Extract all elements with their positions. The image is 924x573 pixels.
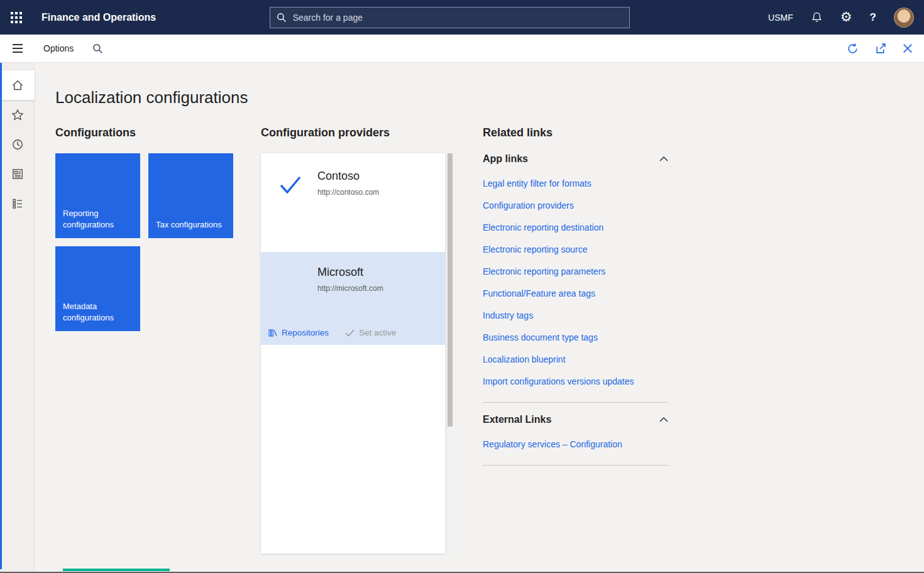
link-regulatory-services[interactable]: Regulatory services – Configuration — [483, 433, 668, 455]
app-links-title: App links — [483, 153, 528, 165]
top-navigation-bar: Finance and Operations USMF ⚙ ? — [0, 0, 924, 35]
home-icon — [11, 79, 24, 92]
horizontal-scrollbar-thumb[interactable] — [63, 569, 170, 571]
page-body: Localization configurations Configuratio… — [0, 63, 924, 572]
sidebar-item-recent[interactable] — [0, 129, 35, 159]
settings-button[interactable]: ⚙ — [840, 11, 852, 24]
nav-toggle-hamburger-icon[interactable] — [0, 35, 35, 63]
app-title[interactable]: Finance and Operations — [41, 12, 156, 23]
providers-card-wrap: Contoso http://contoso.com Microsoft htt… — [261, 153, 445, 554]
left-edge-accent — [0, 63, 2, 569]
search-icon — [277, 13, 287, 23]
help-button[interactable]: ? — [870, 11, 876, 24]
refresh-icon — [847, 43, 859, 55]
notifications-button[interactable] — [811, 11, 823, 23]
clock-icon — [11, 138, 24, 151]
app-links-header: App links — [483, 153, 668, 165]
content-columns: Configurations Reporting configurations … — [55, 126, 924, 554]
global-search-input[interactable] — [293, 13, 623, 23]
configurations-section: Configurations Reporting configurations … — [55, 126, 233, 554]
external-links-list: Regulatory services – Configuration — [483, 433, 668, 455]
external-links-title: External Links — [483, 414, 551, 425]
configuration-tiles: Reporting configurations Tax configurati… — [55, 153, 233, 331]
tile-label: Tax configurations — [156, 219, 222, 231]
provider-item-contoso[interactable]: Contoso http://contoso.com — [261, 153, 445, 252]
external-links-collapse-button[interactable] — [659, 417, 668, 422]
link-er-destination[interactable]: Electronic reporting destination — [483, 216, 668, 238]
link-configuration-providers[interactable]: Configuration providers — [483, 194, 668, 216]
link-er-source[interactable]: Electronic reporting source — [483, 238, 668, 260]
link-legal-entity-filter[interactable]: Legal entity filter for formats — [483, 172, 668, 194]
divider — [483, 465, 668, 466]
user-avatar[interactable] — [894, 8, 914, 28]
providers-scrollbar — [448, 153, 453, 554]
provider-name: Contoso — [317, 170, 379, 183]
waffle-grid-icon — [11, 12, 22, 23]
app-window: Finance and Operations USMF ⚙ ? Optio — [0, 0, 924, 573]
tile-reporting-configurations[interactable]: Reporting configurations — [55, 153, 140, 238]
tile-tax-configurations[interactable]: Tax configurations — [148, 153, 233, 238]
sidebar-item-home[interactable] — [0, 70, 35, 100]
provider-text: Contoso http://contoso.com — [317, 170, 379, 252]
link-industry-tags[interactable]: Industry tags — [483, 304, 668, 326]
topbar-center — [156, 7, 768, 28]
modules-list-icon — [11, 197, 24, 210]
check-icon — [345, 329, 355, 337]
company-picker[interactable]: USMF — [768, 13, 793, 23]
close-button[interactable] — [903, 43, 913, 53]
active-check-icon — [278, 170, 317, 252]
options-menu-button[interactable]: Options — [43, 43, 74, 53]
provider-item-microsoft[interactable]: Microsoft http://microsoft.com Repositor… — [261, 252, 445, 345]
help-icon: ? — [870, 11, 876, 24]
link-localization-blueprint[interactable]: Localization blueprint — [483, 348, 668, 370]
horizontal-scrollbar — [0, 569, 924, 573]
sidebar-item-modules[interactable] — [0, 188, 35, 218]
global-search[interactable] — [270, 7, 630, 28]
sidebar-item-workspaces[interactable] — [0, 159, 35, 188]
close-icon — [903, 43, 913, 53]
refresh-button[interactable] — [847, 43, 859, 55]
repositories-icon — [268, 329, 277, 337]
provider-name: Microsoft — [317, 266, 383, 279]
tile-metadata-configurations[interactable]: Metadata configurations — [55, 246, 140, 331]
app-links-collapse-button[interactable] — [659, 156, 668, 161]
providers-list: Contoso http://contoso.com Microsoft htt… — [261, 153, 445, 554]
link-business-document-type-tags[interactable]: Business document type tags — [483, 326, 668, 348]
command-bar: Options — [0, 35, 924, 63]
open-in-new-window-button[interactable] — [875, 43, 886, 54]
workspace-form-icon — [11, 168, 24, 180]
popout-icon — [875, 43, 886, 54]
divider — [483, 402, 668, 403]
page-title: Localization configurations — [55, 88, 924, 107]
configuration-providers-section: Configuration providers Contoso http://c… — [261, 126, 445, 554]
providers-scrollbar-thumb[interactable] — [448, 153, 453, 427]
tile-label: Reporting configurations — [63, 208, 133, 231]
link-import-configurations-versions[interactable]: Import configurations versions updates — [483, 370, 668, 392]
chevron-up-icon — [659, 156, 668, 161]
configurations-heading: Configurations — [55, 126, 233, 139]
set-active-label: Set active — [359, 328, 396, 337]
provider-url: http://microsoft.com — [317, 284, 383, 293]
related-links-heading: Related links — [483, 126, 668, 139]
link-functional-feature-tags[interactable]: Functional/Feature area tags — [483, 282, 668, 304]
app-launcher-waffle-icon[interactable] — [0, 0, 33, 35]
chevron-up-icon — [659, 417, 668, 422]
related-links-section: Related links App links Legal entity fil… — [483, 126, 668, 554]
left-nav-rail — [0, 63, 35, 572]
external-links-header: External Links — [483, 414, 668, 425]
search-icon — [92, 43, 103, 54]
set-active-button[interactable]: Set active — [345, 328, 396, 337]
provider-url: http://contoso.com — [317, 188, 379, 197]
topbar-right: USMF ⚙ ? — [768, 8, 924, 28]
gear-icon: ⚙ — [840, 11, 852, 24]
link-er-parameters[interactable]: Electronic reporting parameters — [483, 260, 668, 282]
form-search-button[interactable] — [92, 43, 103, 54]
sidebar-item-favorites[interactable] — [0, 100, 35, 129]
bell-icon — [811, 11, 823, 23]
command-bar-right — [847, 43, 924, 55]
provider-actions: Repositories Set active — [268, 328, 396, 337]
configuration-providers-heading: Configuration providers — [261, 126, 445, 139]
repositories-button[interactable]: Repositories — [268, 328, 329, 337]
app-links-list: Legal entity filter for formats Configur… — [483, 172, 668, 392]
main-content: Localization configurations Configuratio… — [35, 63, 924, 572]
